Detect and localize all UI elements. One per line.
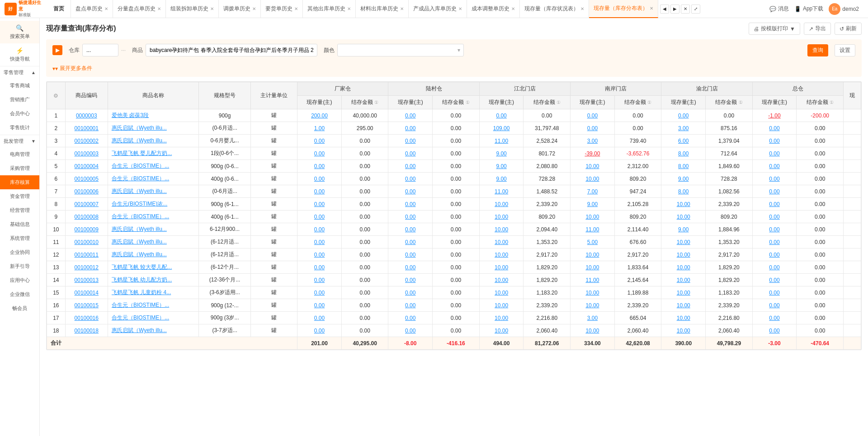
- product-name[interactable]: 惠氏启賦（Wyeth illu...: [108, 122, 198, 135]
- total-qty[interactable]: 0.00: [752, 261, 797, 274]
- w4-qty[interactable]: 11.00: [571, 274, 615, 286]
- w1-qty[interactable]: 0.00: [297, 135, 342, 147]
- w5-qty[interactable]: 9.00: [661, 223, 706, 236]
- sidebar-item-member[interactable]: 会员中心: [0, 107, 39, 121]
- user-menu[interactable]: Ea demo2: [829, 3, 859, 15]
- w3-qty[interactable]: 109.00: [479, 122, 524, 135]
- w5-qty[interactable]: 10.00: [661, 274, 706, 286]
- sidebar-item-retail-mgmt[interactable]: 零售管理 ▲: [0, 66, 39, 79]
- w3-qty[interactable]: 11.00: [479, 135, 524, 147]
- w2-qty[interactable]: 0.00: [388, 236, 433, 248]
- product-code[interactable]: 00100014: [65, 286, 108, 299]
- w5-qty[interactable]: 10.00: [661, 198, 706, 211]
- w4-qty[interactable]: 3.00: [571, 135, 615, 147]
- tab-home[interactable]: 首页: [47, 0, 71, 18]
- refresh-btn[interactable]: ↺ 刷新: [835, 23, 862, 35]
- w4-qty[interactable]: 3.00: [571, 312, 615, 324]
- sidebar-item-finance[interactable]: 资金管理: [0, 189, 39, 203]
- w2-qty[interactable]: 0.00: [388, 147, 433, 160]
- w3-qty[interactable]: 10.00: [479, 299, 524, 312]
- sidebar-item-quicknav[interactable]: ⚡ 快捷导航: [0, 43, 39, 66]
- total-qty[interactable]: 0.00: [752, 274, 797, 286]
- product-code[interactable]: 0000003: [65, 109, 108, 122]
- product-code[interactable]: 00100007: [65, 198, 108, 211]
- tab-close-btn[interactable]: ✕: [681, 5, 690, 14]
- w2-qty[interactable]: 0.00: [388, 135, 433, 147]
- w3-qty[interactable]: 10.00: [479, 248, 524, 261]
- product-code[interactable]: 00100018: [65, 324, 108, 337]
- w1-qty[interactable]: 0.00: [297, 147, 342, 160]
- total-qty[interactable]: 0.00: [752, 324, 797, 337]
- product-name[interactable]: 合生元（BIOSTIME）...: [108, 312, 198, 324]
- close-icon[interactable]: ✕: [252, 6, 256, 11]
- w2-qty[interactable]: 0.00: [388, 324, 433, 337]
- w4-qty[interactable]: 10.00: [571, 173, 615, 185]
- w3-qty[interactable]: 10.00: [479, 274, 524, 286]
- w1-qty[interactable]: 0.00: [297, 211, 342, 223]
- print-btn[interactable]: 🖨 按模版打印 ▼: [749, 23, 800, 35]
- w3-qty[interactable]: 11.00: [479, 185, 524, 198]
- product-name[interactable]: 合生元（BIOSTIME）...: [108, 173, 198, 185]
- settings-btn[interactable]: 设置: [835, 44, 855, 56]
- sidebar-item-member2[interactable]: 畅会员: [0, 301, 39, 315]
- w5-qty[interactable]: 10.00: [661, 299, 706, 312]
- w2-qty[interactable]: 0.00: [388, 211, 433, 223]
- w4-qty[interactable]: 11.00: [571, 223, 615, 236]
- w3-qty[interactable]: 9.00: [479, 147, 524, 160]
- product-input[interactable]: [146, 44, 317, 56]
- tab-7[interactable]: 材料出库单历史 ✕: [356, 0, 409, 18]
- w2-qty[interactable]: 0.00: [388, 198, 433, 211]
- w5-qty[interactable]: 10.00: [661, 211, 706, 223]
- product-name[interactable]: 合生元（BIOSTIME）...: [108, 211, 198, 223]
- w1-qty[interactable]: 0.00: [297, 185, 342, 198]
- w3-qty[interactable]: 10.00: [479, 223, 524, 236]
- sidebar-item-system[interactable]: 系统管理: [0, 231, 39, 245]
- total-qty[interactable]: 0.00: [752, 248, 797, 261]
- close-icon[interactable]: ✕: [458, 6, 462, 11]
- w4-qty[interactable]: 10.00: [571, 211, 615, 223]
- w1-qty[interactable]: 0.00: [297, 160, 342, 173]
- close-icon[interactable]: ✕: [347, 6, 351, 11]
- product-name[interactable]: 惠氏启賦（Wyeth illu...: [108, 324, 198, 337]
- total-qty[interactable]: 0.00: [752, 122, 797, 135]
- close-icon[interactable]: ✕: [650, 6, 653, 11]
- product-code[interactable]: 00100015: [65, 299, 108, 312]
- product-name[interactable]: 飞鹤星飞帆 儿童奶粉 4...: [108, 286, 198, 299]
- w5-qty[interactable]: 10.00: [661, 248, 706, 261]
- sidebar-item-purchase[interactable]: 采购管理: [0, 161, 39, 175]
- w2-qty[interactable]: 0.00: [388, 185, 433, 198]
- w2-qty[interactable]: 0.00: [388, 223, 433, 236]
- sidebar-item-search[interactable]: 🔍 搜索英单: [0, 21, 39, 43]
- total-qty[interactable]: 0.00: [752, 185, 797, 198]
- close-icon[interactable]: ✕: [104, 6, 108, 11]
- tab-prev-btn[interactable]: ◀: [660, 5, 669, 14]
- w1-qty[interactable]: 0.00: [297, 248, 342, 261]
- w4-qty[interactable]: 10.00: [571, 324, 615, 337]
- sidebar-item-apps[interactable]: 应用中心: [0, 273, 39, 287]
- tab-9[interactable]: 成本调整单历史 ✕: [467, 0, 520, 18]
- query-btn[interactable]: 查询: [807, 44, 828, 56]
- w2-qty[interactable]: 0.00: [388, 248, 433, 261]
- w1-qty[interactable]: 0.00: [297, 274, 342, 286]
- tab-5[interactable]: 要货单历史 ✕: [261, 0, 303, 18]
- w3-qty[interactable]: 10.00: [479, 324, 524, 337]
- product-name[interactable]: 飞鹤星飞帆 较大婴儿配...: [108, 261, 198, 274]
- w5-qty[interactable]: 10.00: [661, 312, 706, 324]
- product-name[interactable]: 合生元(BIOSTIME)浓...: [108, 198, 198, 211]
- w2-qty[interactable]: 0.00: [388, 173, 433, 185]
- w4-qty[interactable]: 5.00: [571, 236, 615, 248]
- w4-qty[interactable]: 0.00: [571, 122, 615, 135]
- w4-qty[interactable]: 10.00: [571, 286, 615, 299]
- w4-qty[interactable]: 7.00: [571, 185, 615, 198]
- tab-expand-btn[interactable]: ⤢: [691, 5, 700, 14]
- w5-qty[interactable]: 0.00: [661, 109, 706, 122]
- w3-qty[interactable]: 10.00: [479, 261, 524, 274]
- product-code[interactable]: 00100012: [65, 261, 108, 274]
- w2-qty[interactable]: 0.00: [388, 274, 433, 286]
- w5-qty[interactable]: 8.00: [661, 185, 706, 198]
- w3-qty[interactable]: 10.00: [479, 236, 524, 248]
- close-icon[interactable]: ✕: [511, 6, 515, 11]
- w1-qty[interactable]: 0.00: [297, 299, 342, 312]
- sidebar-item-enterprise[interactable]: 企业协同: [0, 245, 39, 259]
- tab-8[interactable]: 产成品入库单历史 ✕: [409, 0, 467, 18]
